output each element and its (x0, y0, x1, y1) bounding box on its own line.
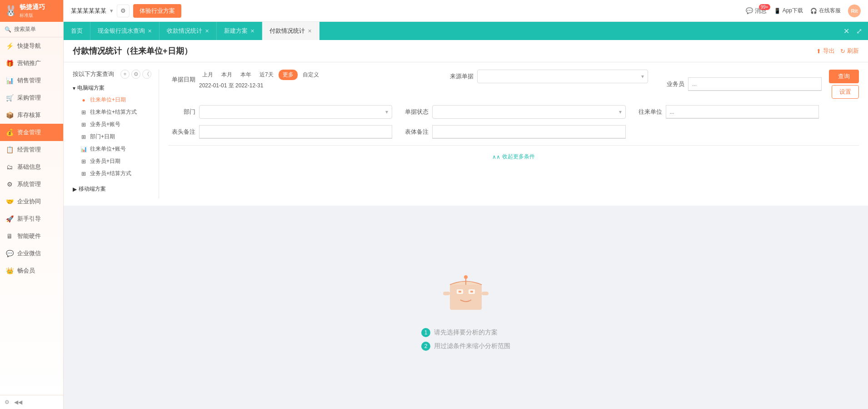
sidebar-item-sales[interactable]: 📊 销售管理 (0, 72, 63, 89)
date-btn-last-month[interactable]: 上月 (199, 70, 216, 80)
sidebar-item-wechat[interactable]: 💬 企业微信 (0, 245, 63, 262)
scheme-item-label: 业务员+日期 (90, 157, 120, 165)
tab-expand-btn[interactable]: ⤢ (853, 25, 864, 36)
dept-select[interactable]: ▾ (199, 105, 392, 119)
tab-receipt-stats-close[interactable]: ✕ (205, 28, 209, 34)
tab-close-all-btn[interactable]: ✕ (841, 25, 852, 36)
sidebar-item-basic[interactable]: 🗂 基础信息 (0, 158, 63, 176)
date-btn-this-year[interactable]: 本年 (237, 70, 254, 80)
quick-nav-icon: ⚡ (5, 42, 14, 50)
date-btn-custom[interactable]: 自定义 (299, 70, 322, 80)
sidebar-item-label: 企业协同 (17, 197, 41, 206)
tip-num-2: 2 (421, 342, 430, 351)
query-btn[interactable]: 查询 (829, 70, 859, 83)
tab-cash-flow-close[interactable]: ✕ (148, 28, 152, 34)
filter-settings-btn[interactable]: 设置 (832, 85, 859, 99)
collapse-filter-btn[interactable]: ∧∧ 收起更多条件 (492, 149, 535, 164)
tab-receipt-stats[interactable]: 收款情况统计 ✕ (160, 22, 217, 40)
source-bill-select[interactable]: ▾ (477, 70, 648, 83)
scheme-item-partner-date[interactable]: ● 往来单位+日期 (73, 94, 151, 106)
tip-num-1: 1 (421, 328, 430, 337)
refresh-icon: ↻ (840, 48, 845, 55)
bill-status-select[interactable]: ▾ (432, 105, 625, 119)
topbar-left: 某某某某某某 ▾ ⚙ 体验行业方案 (71, 4, 740, 18)
date-btn-this-month[interactable]: 本月 (218, 70, 235, 80)
date-btn-more[interactable]: 更多 (279, 70, 298, 80)
mobile-group-arrow: ▶ (73, 186, 77, 192)
collapse-panel-btn[interactable]: 《 (142, 70, 151, 79)
add-scheme-btn[interactable]: + (120, 70, 130, 79)
table-header-note-label: 表头备注 (168, 128, 195, 136)
avatar[interactable]: Rit (848, 5, 861, 17)
logo-version: 标准版 (20, 12, 45, 19)
export-btn[interactable]: ⬆ 导出 (816, 47, 835, 55)
table-body-note-input[interactable] (432, 125, 625, 139)
sidebar-item-system[interactable]: ⚙ 系统管理 (0, 176, 63, 193)
sidebar-item-label: 资金管理 (17, 128, 41, 136)
message-btn[interactable]: 💬 消息 99+ (746, 7, 767, 15)
sidebar-item-member[interactable]: 👑 畅会员 (0, 262, 63, 279)
tab-new-scheme-close[interactable]: ✕ (250, 28, 254, 34)
app-download-btn[interactable]: 📱 App下载 (774, 7, 803, 15)
sidebar-logo: 🐰 畅捷通巧 标准版 (0, 0, 63, 22)
refresh-btn[interactable]: ↻ 刷新 (840, 47, 859, 55)
company-name: 某某某某某某 (71, 7, 106, 15)
operation-icon: 📋 (5, 146, 14, 154)
mobile-group-header[interactable]: ▶ 移动端方案 (73, 183, 151, 195)
sidebar-item-inventory[interactable]: 📦 库存核算 (0, 106, 63, 124)
tab-payment-stats-close[interactable]: ✕ (308, 28, 312, 34)
page-actions: ⬆ 导出 ↻ 刷新 (816, 47, 859, 55)
sidebar-item-capital[interactable]: 💰 资金管理 (0, 124, 63, 141)
sidebar-item-guide[interactable]: 🚀 新手引导 (0, 210, 63, 227)
settings-footer-btn[interactable]: ⚙ (5, 399, 10, 405)
date-range-value: 2022-01-01 至 2022-12-31 (199, 82, 263, 90)
trial-btn[interactable]: 体验行业方案 (133, 4, 181, 18)
sidebar-item-operation[interactable]: 📋 经营管理 (0, 141, 63, 158)
scheme-item-staff-date[interactable]: ⊞ 业务员+日期 (73, 155, 151, 167)
scheme-icon: ⊞ (80, 133, 87, 141)
empty-state: 1 请先选择要分析的方案 2 用过滤条件来缩小分析范围 (64, 206, 868, 409)
date-btn-last-7[interactable]: 近7天 (256, 70, 277, 80)
staff-input[interactable] (688, 77, 822, 91)
scheme-item-partner-settle[interactable]: ⊞ 往来单位+结算方式 (73, 106, 151, 118)
company-dropdown-arrow[interactable]: ▾ (110, 7, 113, 14)
sidebar-item-hardware[interactable]: 🖥 智能硬件 (0, 227, 63, 245)
scheme-settings-btn[interactable]: ⚙ (131, 70, 140, 79)
partner-input[interactable] (666, 105, 819, 119)
sidebar-item-marketing[interactable]: 🎁 营销推广 (0, 55, 63, 72)
mobile-scheme-group: ▶ 移动端方案 (73, 183, 151, 195)
partner-label: 往来单位 (635, 108, 662, 116)
table-header-note-input[interactable] (199, 125, 392, 139)
sidebar-item-label: 基础信息 (17, 163, 41, 171)
service-icon: 🎧 (810, 8, 817, 14)
scheme-item-dept-date[interactable]: ⊞ 部门+日期 (73, 131, 151, 143)
svg-rect-3 (459, 291, 461, 293)
scheme-item-staff-settle[interactable]: ⊞ 业务员+结算方式 (73, 167, 151, 180)
tab-home-label: 首页 (71, 27, 83, 35)
topbar-gear-btn[interactable]: ⚙ (117, 5, 130, 17)
collapse-sidebar-btn[interactable]: ◀◀ (14, 399, 22, 405)
tab-new-scheme[interactable]: 新建方案 ✕ (217, 22, 262, 40)
tab-new-scheme-label: 新建方案 (224, 27, 248, 35)
sidebar-search[interactable]: 🔍 搜索菜单 (0, 22, 63, 37)
sidebar-item-quick-nav[interactable]: ⚡ 快捷导航 (0, 37, 63, 55)
svg-rect-8 (482, 292, 489, 295)
tab-home[interactable]: 首页 (64, 22, 90, 40)
topbar: 某某某某某某 ▾ ⚙ 体验行业方案 💬 消息 99+ 📱 App下载 🎧 在线客… (64, 0, 868, 22)
sidebar-item-label: 系统管理 (17, 180, 41, 188)
wechat-icon: 💬 (5, 249, 14, 258)
scheme-item-staff-account[interactable]: ⊞ 业务员+账号 (73, 118, 151, 131)
filter-area: 按以下方案查询 + ⚙ 《 ▾ 电脑端方案 ● 往来单位+日期 (64, 62, 868, 206)
mobile-group-label: 移动端方案 (79, 185, 106, 193)
desktop-group-header[interactable]: ▾ 电脑端方案 (73, 82, 151, 94)
sidebar-item-enterprise[interactable]: 🤝 企业协同 (0, 193, 63, 210)
date-filter-content: 上月 本月 本年 近7天 更多 自定义 2022-01-01 至 2022-12… (199, 70, 437, 90)
tab-cash-flow[interactable]: 现金银行流水查询 ✕ (90, 22, 160, 40)
online-service-btn[interactable]: 🎧 在线客服 (810, 7, 841, 15)
tab-payment-stats[interactable]: 付款情况统计 ✕ (262, 22, 319, 40)
sidebar-item-purchase[interactable]: 🛒 采购管理 (0, 89, 63, 106)
scheme-item-partner-account[interactable]: 📊 往来单位+账号 (73, 143, 151, 155)
bill-status-label: 单据状态 (401, 108, 429, 116)
partner-filter: 往来单位 (635, 105, 859, 119)
tabbar: 首页 现金银行流水查询 ✕ 收款情况统计 ✕ 新建方案 ✕ 付款情况统计 ✕ ✕… (64, 22, 868, 40)
